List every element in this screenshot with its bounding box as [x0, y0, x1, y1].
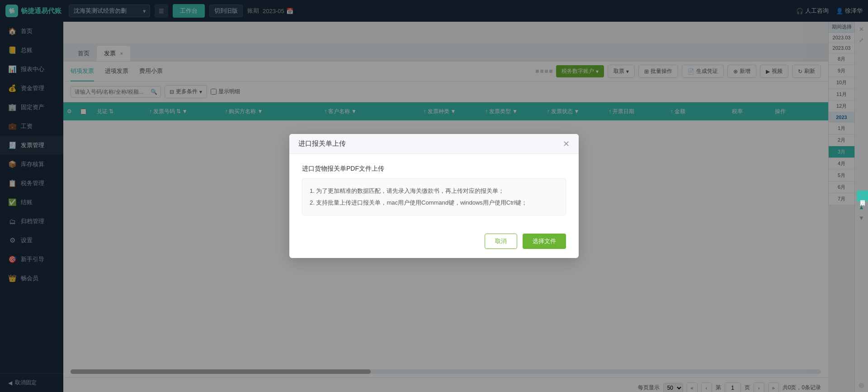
upload-info-1: 1. 为了更加精准的数据匹配，请先录入海关缴款书，再上传对应的报关单； — [310, 185, 558, 197]
modal-overlay[interactable]: 进口报关单上传 ✕ 进口货物报关单PDF文件上传 1. 为了更加精准的数据匹配，… — [0, 0, 868, 392]
modal-select-file-btn[interactable]: 选择文件 — [523, 234, 566, 249]
modal-title: 进口报关单上传 — [298, 139, 346, 148]
modal-close-btn[interactable]: ✕ — [563, 140, 570, 148]
upload-title: 进口货物报关单PDF文件上传 — [302, 165, 566, 173]
modal-header: 进口报关单上传 ✕ — [289, 134, 579, 154]
modal-footer: 取消 选择文件 — [289, 226, 579, 258]
modal-cancel-btn[interactable]: 取消 — [485, 234, 517, 249]
import-modal: 进口报关单上传 ✕ 进口货物报关单PDF文件上传 1. 为了更加精准的数据匹配，… — [289, 134, 579, 258]
upload-info-box: 1. 为了更加精准的数据匹配，请先录入海关缴款书，再上传对应的报关单； 2. 支… — [302, 178, 566, 215]
open-date-btn[interactable]: 开票日期 — [857, 191, 868, 201]
upload-info-2: 2. 支持批量上传进口报关单，mac用户使用Command键，windows用户… — [310, 197, 558, 209]
modal-body: 进口货物报关单PDF文件上传 1. 为了更加精准的数据匹配，请先录入海关缴款书，… — [289, 154, 579, 226]
